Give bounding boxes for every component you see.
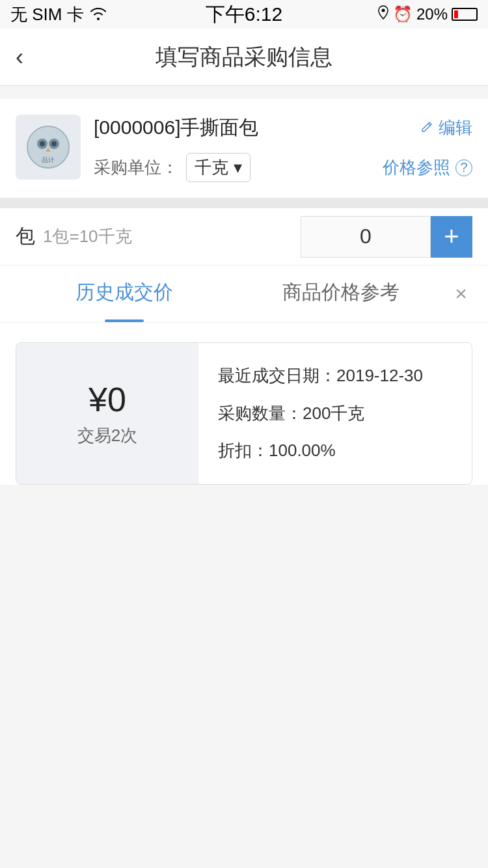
- price-ref-label: 价格参照: [383, 156, 450, 179]
- location-icon: [377, 5, 389, 23]
- transaction-card: ¥0 交易2次 最近成交日期：2019-12-30 采购数量：200千克 折扣：…: [16, 342, 472, 485]
- tab-close-button[interactable]: ×: [450, 277, 472, 311]
- unit-dropdown[interactable]: 千克 ▾: [186, 153, 251, 182]
- back-button[interactable]: ‹: [16, 44, 23, 71]
- product-image: 品计: [16, 115, 81, 180]
- product-card: 品计 [0000006]手撕面包 编辑 采购单位：: [0, 99, 488, 198]
- alarm-icon: ⏰: [393, 5, 413, 23]
- price-ref-button[interactable]: 价格参照 ?: [383, 156, 472, 179]
- unit-value: 千克: [195, 156, 228, 179]
- recent-date-label: 最近成交日期：: [218, 366, 336, 385]
- price-ref-help-icon: ?: [455, 159, 472, 176]
- product-name-row: [0000006]手撕面包 编辑: [94, 115, 472, 141]
- package-unit-label: 包: [16, 223, 35, 250]
- quantity-plus-button[interactable]: +: [431, 216, 472, 258]
- unit-label: 采购单位：: [94, 156, 178, 179]
- purchase-quantity-label: 采购数量：: [218, 403, 303, 423]
- product-logo-icon: 品计: [25, 124, 71, 170]
- battery-icon: [452, 8, 478, 21]
- quantity-input[interactable]: [301, 216, 431, 258]
- edit-icon: [420, 118, 435, 138]
- svg-point-5: [51, 141, 57, 146]
- svg-point-0: [381, 9, 385, 12]
- transaction-details: 最近成交日期：2019-12-30 采购数量：200千克 折扣：100.00%: [198, 343, 472, 484]
- discount-label: 折扣：: [218, 441, 269, 460]
- status-bar: 无 SIM 卡 下午6:12 ⏰ 20%: [0, 0, 488, 29]
- wifi-icon: [89, 5, 107, 25]
- discount-value: 100.00%: [269, 441, 336, 460]
- recent-date-row: 最近成交日期：2019-12-30: [218, 362, 452, 390]
- svg-point-4: [40, 141, 45, 146]
- transaction-price: ¥0: [88, 380, 126, 419]
- separator: [0, 198, 488, 208]
- quantity-left: 包 1包=10千克: [16, 223, 132, 250]
- transaction-summary: ¥0 交易2次: [16, 343, 198, 484]
- discount-row: 折扣：100.00%: [218, 437, 452, 465]
- product-info: [0000006]手撕面包 编辑 采购单位： 千克: [94, 115, 472, 182]
- purchase-quantity-value: 200千克: [303, 403, 364, 423]
- tab-history-price[interactable]: 历史成交价: [16, 265, 233, 322]
- nav-bar: ‹ 填写商品采购信息: [0, 29, 488, 86]
- tab-price-ref[interactable]: 商品价格参考: [233, 265, 450, 322]
- recent-date-value: 2019-12-30: [336, 366, 423, 385]
- quantity-row: 包 1包=10千克 +: [0, 208, 488, 265]
- svg-text:品计: 品计: [42, 156, 55, 163]
- product-top-row: 品计 [0000006]手撕面包 编辑 采购单位：: [16, 115, 472, 182]
- dropdown-arrow-icon: ▾: [234, 157, 242, 178]
- status-left: 无 SIM 卡: [10, 3, 107, 26]
- carrier-text: 无 SIM 卡: [10, 3, 84, 26]
- package-conversion-label: 1包=10千克: [43, 225, 132, 248]
- transaction-count: 交易2次: [77, 424, 137, 447]
- status-right: ⏰ 20%: [377, 5, 478, 23]
- status-time: 下午6:12: [206, 1, 282, 28]
- product-name: [0000006]手撕面包: [94, 115, 258, 141]
- tab-panel: 历史成交价 商品价格参考 × ¥0 交易2次 最近成交日期：2019-12-30…: [0, 265, 488, 485]
- edit-label: 编辑: [439, 116, 472, 139]
- product-unit-row: 采购单位： 千克 ▾ 价格参照 ?: [94, 153, 472, 182]
- page-title: 填写商品采购信息: [156, 42, 332, 72]
- battery-percent: 20%: [416, 5, 448, 23]
- edit-button[interactable]: 编辑: [420, 116, 472, 139]
- quantity-input-wrapper: +: [301, 216, 472, 258]
- tab-header: 历史成交价 商品价格参考 ×: [0, 265, 488, 323]
- purchase-quantity-row: 采购数量：200千克: [218, 400, 452, 427]
